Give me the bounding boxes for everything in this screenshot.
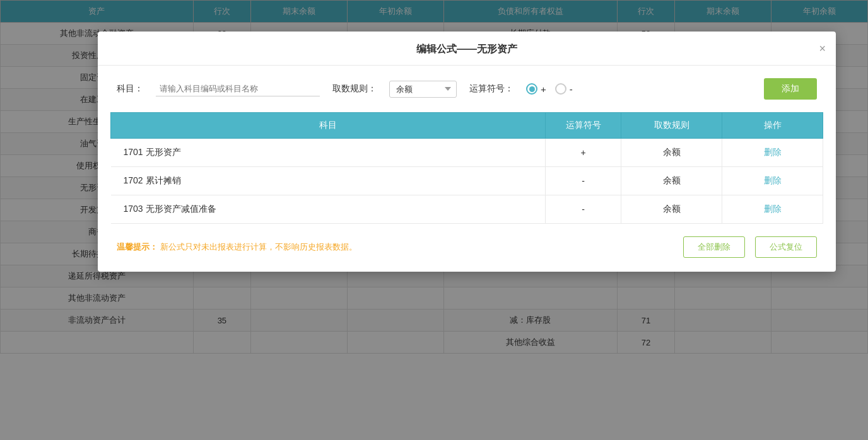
add-button[interactable]: 添加 xyxy=(764,78,817,100)
modal-footer: 温馨提示： 新公式只对未出报表进行计算，不影响历史报表数据。 全部删除 公式复位 xyxy=(98,224,836,272)
cell-rule: 余额 xyxy=(621,139,722,167)
operator-minus-radio[interactable] xyxy=(555,83,566,95)
cell-rule: 余额 xyxy=(621,167,722,195)
reset-button[interactable]: 公式复位 xyxy=(755,236,817,258)
subject-input[interactable] xyxy=(156,81,320,96)
table-header-action: 操作 xyxy=(722,113,823,139)
cell-action: 删除 xyxy=(722,139,823,167)
operator-minus-label: - xyxy=(570,84,573,95)
cell-subject: 1702 累计摊销 xyxy=(111,167,546,195)
formula-form-row: 科目： 取数规则： 余额借方发生额贷方发生额期初余额 运算符号： + - 添加 xyxy=(98,66,836,112)
table-row: 1703 无形资产减值准备-余额删除 xyxy=(111,195,823,224)
rule-select[interactable]: 余额借方发生额贷方发生额期初余额 xyxy=(389,81,457,98)
table-row: 1701 无形资产+余额删除 xyxy=(111,139,823,167)
delete-row-button[interactable]: 删除 xyxy=(764,204,782,214)
table-header-rule: 取数规则 xyxy=(621,113,722,139)
operator-plus-label: + xyxy=(541,84,546,95)
table-header-subject: 科目 xyxy=(111,113,546,139)
cell-action: 删除 xyxy=(722,195,823,224)
cell-subject: 1701 无形资产 xyxy=(111,139,546,167)
operator-plus-radio[interactable] xyxy=(526,83,537,95)
cell-subject: 1703 无形资产减值准备 xyxy=(111,195,546,224)
cell-action: 删除 xyxy=(722,167,823,195)
cell-operator: - xyxy=(546,167,621,195)
delete-all-button[interactable]: 全部删除 xyxy=(683,236,745,258)
subject-label: 科目： xyxy=(117,83,143,95)
close-button[interactable]: × xyxy=(819,43,826,54)
tip-prefix: 温馨提示： xyxy=(117,242,158,252)
operator-radio-group: + - xyxy=(526,83,573,95)
cell-operator: - xyxy=(546,195,621,224)
operator-plus-item[interactable]: + xyxy=(526,83,546,95)
formula-table: 科目 运算符号 取数规则 操作 1701 无形资产+余额删除1702 累计摊销-… xyxy=(110,112,823,224)
tip-text: 新公式只对未出报表进行计算，不影响历史报表数据。 xyxy=(160,242,357,252)
delete-row-button[interactable]: 删除 xyxy=(764,175,782,185)
cell-operator: + xyxy=(546,139,621,167)
operator-minus-item[interactable]: - xyxy=(555,83,573,95)
modal-title: 编辑公式——无形资产 xyxy=(416,43,517,54)
cell-rule: 余额 xyxy=(621,195,722,224)
footer-actions: 全部删除 公式复位 xyxy=(683,236,817,258)
table-row: 1702 累计摊销-余额删除 xyxy=(111,167,823,195)
delete-row-button[interactable]: 删除 xyxy=(764,147,782,157)
table-header-operator: 运算符号 xyxy=(546,113,621,139)
modal-header: 编辑公式——无形资产 × xyxy=(98,32,836,66)
formula-edit-modal: 编辑公式——无形资产 × 科目： 取数规则： 余额借方发生额贷方发生额期初余额 … xyxy=(98,32,836,272)
rule-label: 取数规则： xyxy=(332,83,377,95)
formula-table-wrap: 科目 运算符号 取数规则 操作 1701 无形资产+余额删除1702 累计摊销-… xyxy=(98,112,836,224)
operator-label: 运算符号： xyxy=(469,83,513,95)
footer-tip: 温馨提示： 新公式只对未出报表进行计算，不影响历史报表数据。 xyxy=(117,241,357,253)
